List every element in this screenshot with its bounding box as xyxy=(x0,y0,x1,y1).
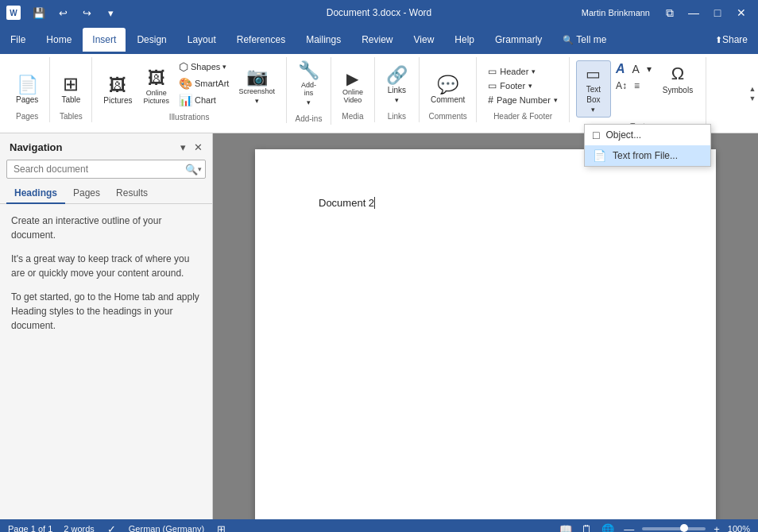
shapes-button[interactable]: ⬡ Shapes ▾ xyxy=(176,59,232,75)
restore-button[interactable]: ⧉ xyxy=(659,2,680,23)
document-content[interactable]: Document 2 xyxy=(319,197,652,209)
ribbon-scroll-down[interactable]: ▼ xyxy=(749,94,756,102)
zoom-slider[interactable] xyxy=(642,527,706,530)
menu-item-layout[interactable]: Layout xyxy=(178,28,226,52)
title-bar-left: W 💾 ↩ ↪ ▾ xyxy=(6,2,121,23)
menu-item-home[interactable]: Home xyxy=(37,28,81,52)
search-dropdown-arrow[interactable]: ▾ xyxy=(198,165,202,173)
comment-button[interactable]: 💬 Comment xyxy=(426,73,470,107)
minimize-button[interactable]: — xyxy=(683,2,704,23)
menu-item-share[interactable]: ⬆ Share xyxy=(706,28,757,52)
ribbon-group-text: ▭ Text Box ▾ A A ▾ A↕ ≡ Ω Symbol xyxy=(570,57,706,133)
undo-button[interactable]: ↩ xyxy=(52,2,73,23)
ribbon-group-media: ▶ OnlineVideo Media xyxy=(331,57,375,122)
nav-search-box[interactable]: 🔍 ▾ xyxy=(6,160,206,179)
redo-button[interactable]: ↪ xyxy=(76,2,97,23)
text-align-button[interactable]: ≡ xyxy=(631,79,643,93)
title-bar-right: Martin Brinkmann ⧉ — □ ✕ xyxy=(582,2,752,23)
menu-item-file[interactable]: File xyxy=(1,28,35,52)
text-format-row1: A A ▾ xyxy=(613,60,655,78)
menu-item-grammarly[interactable]: Grammarly xyxy=(485,28,551,52)
page-number-button[interactable]: # Page Number ▾ xyxy=(483,93,563,107)
search-input[interactable] xyxy=(10,162,185,176)
zoom-level: 100% xyxy=(728,524,750,532)
footer-button[interactable]: ▭ Footer ▾ xyxy=(483,79,563,93)
nav-tab-headings[interactable]: Headings xyxy=(6,183,65,204)
maximize-button[interactable]: □ xyxy=(707,2,728,23)
pages-group-label: Pages xyxy=(11,110,43,122)
ribbon-group-pages: 📄 Pages Pages xyxy=(5,57,50,122)
menu-item-review[interactable]: Review xyxy=(352,28,402,52)
word-icon: W xyxy=(6,6,21,20)
ribbon-scroll-up[interactable]: ▲ xyxy=(749,85,756,93)
web-layout-button[interactable]: 🌐 xyxy=(600,523,616,533)
cursor xyxy=(374,197,378,209)
dropdown-item-text-from-file[interactable]: 📄 Text from File... xyxy=(585,145,710,166)
text-box-dropdown-menu: □ Object... 📄 Text from File... xyxy=(584,124,711,167)
ribbon-scroll: ▲ ▼ xyxy=(747,54,758,133)
menu-item-design[interactable]: Design xyxy=(127,28,176,52)
omega-icon: Ω xyxy=(671,64,684,84)
zoom-in-button[interactable]: + xyxy=(712,523,721,533)
smartart-icon: 🎨 xyxy=(179,77,192,90)
chart-button[interactable]: 📊 Chart xyxy=(176,92,232,108)
table-button[interactable]: ⊞ Table xyxy=(56,71,85,107)
nav-tab-results[interactable]: Results xyxy=(108,183,156,204)
menu-bar: File Home Insert Design Layout Reference… xyxy=(0,25,758,54)
online-video-button[interactable]: ▶ OnlineVideo xyxy=(338,67,368,107)
nav-tab-pages[interactable]: Pages xyxy=(65,183,108,204)
addins-button[interactable]: 🔧 Add-ins ▾ xyxy=(293,59,324,110)
pictures-button[interactable]: 🖼 Pictures xyxy=(99,74,137,108)
menu-item-tell-me[interactable]: 🔍 Tell me xyxy=(553,28,616,52)
tables-group-label: Tables xyxy=(56,110,85,122)
pages-button[interactable]: 📄 Pages xyxy=(11,73,43,107)
dropdown-item-object[interactable]: □ Object... xyxy=(585,125,710,145)
ribbon-group-addins: 🔧 Add-ins ▾ Add-ins xyxy=(287,57,331,125)
links-button[interactable]: 🔗 Links ▾ xyxy=(381,64,412,107)
text-group-content: ▭ Text Box ▾ A A ▾ A↕ ≡ Ω Symbol xyxy=(576,59,699,121)
save-button[interactable]: 💾 xyxy=(29,2,49,23)
quick-access-toolbar: 💾 ↩ ↪ ▾ xyxy=(29,2,121,23)
menu-item-help[interactable]: Help xyxy=(445,28,484,52)
shapes-dropdown-arrow: ▾ xyxy=(222,63,226,71)
document-area[interactable]: Document 2 xyxy=(213,133,758,519)
pages-group-content: 📄 Pages xyxy=(11,59,43,110)
format-dropdown-button[interactable]: ▾ xyxy=(644,62,655,76)
share-icon: ⬆ xyxy=(715,35,722,45)
status-bar: Page 1 of 1 2 words ✓ German (Germany) ⊞… xyxy=(0,519,758,532)
close-button[interactable]: ✕ xyxy=(731,2,752,23)
word-art-button[interactable]: A xyxy=(613,60,628,78)
hf-group-label: Header & Footer xyxy=(483,110,563,122)
status-left: Page 1 of 1 2 words ✓ German (Germany) ⊞ xyxy=(8,523,227,533)
header-button[interactable]: ▭ Header ▾ xyxy=(483,64,563,79)
comments-group-content: 💬 Comment xyxy=(426,59,470,110)
menu-item-insert[interactable]: Insert xyxy=(83,28,126,52)
pages-icon: 📄 xyxy=(17,76,38,94)
screenshot-button[interactable]: 📷 Screenshot ▾ xyxy=(234,65,280,108)
zoom-out-button[interactable]: — xyxy=(622,523,636,533)
symbols-button[interactable]: Ω Symbols xyxy=(656,60,699,98)
nav-pane-menu-button[interactable]: ▾ xyxy=(177,140,189,155)
document-page[interactable]: Document 2 xyxy=(255,149,716,519)
layout-icon[interactable]: ⊞ xyxy=(215,523,227,533)
drop-cap-button[interactable]: A xyxy=(628,61,642,77)
print-layout-button[interactable]: 🗒 xyxy=(580,523,594,533)
online-pictures-button[interactable]: 🖼 OnlinePictures xyxy=(138,67,174,108)
menu-item-references[interactable]: References xyxy=(227,28,295,52)
online-pictures-icon: 🖼 xyxy=(148,70,165,87)
qat-dropdown-button[interactable]: ▾ xyxy=(100,2,121,23)
main-layout: Navigation ▾ ✕ 🔍 ▾ Headings Pages Result… xyxy=(0,133,758,519)
header-icon: ▭ xyxy=(488,66,497,77)
nav-pane-close-button[interactable]: ✕ xyxy=(191,140,206,155)
ribbon: 📄 Pages Pages ⊞ Table Tables 🖼 Pictures … xyxy=(0,54,758,133)
menu-item-mailings[interactable]: Mailings xyxy=(296,28,350,52)
nav-content: Create an interactive outline of your do… xyxy=(0,204,212,519)
text-box-button[interactable]: ▭ Text Box ▾ xyxy=(576,60,611,118)
read-mode-button[interactable]: 📖 xyxy=(558,523,574,533)
menu-item-view[interactable]: View xyxy=(404,28,444,52)
text-direction-button[interactable]: A↕ xyxy=(613,79,630,93)
proofing-icon[interactable]: ✓ xyxy=(106,523,118,533)
smartart-button[interactable]: 🎨 SmartArt xyxy=(176,75,232,91)
illustrations-group-content: 🖼 Pictures 🖼 OnlinePictures ⬡ Shapes ▾ 🎨… xyxy=(99,59,280,111)
language: German (Germany) xyxy=(129,524,204,532)
